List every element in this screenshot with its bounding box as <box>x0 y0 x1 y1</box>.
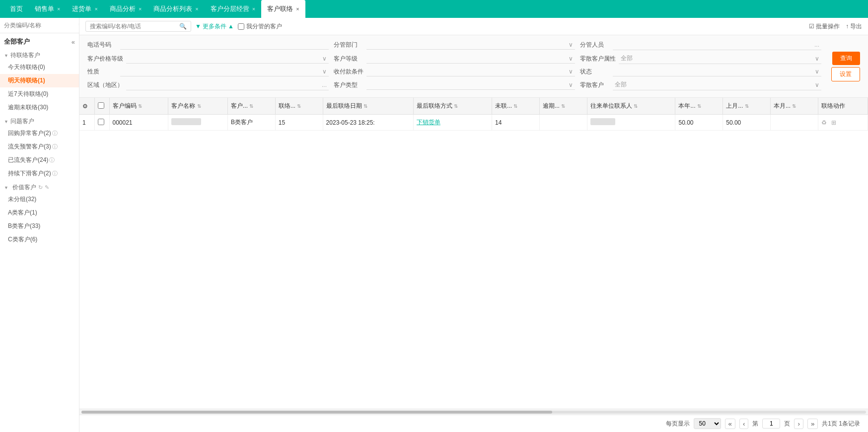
ellipsis-icon-2: ... <box>322 81 327 88</box>
sidebar-item-churned[interactable]: 已流失客户(24) ⓘ <box>0 153 79 167</box>
info-icon-4: ⓘ <box>52 170 58 177</box>
sidebar: 🔍 全部客户 « 待联络客户 今天待联络(0) 明天待联络(1) 近7天待联络(… <box>0 18 79 432</box>
more-filter-button[interactable]: ▼ 更多条件 ▲ <box>195 22 234 31</box>
col-unit-contact: 往来单位联系人 ⇅ <box>587 98 675 115</box>
sort-date-icon[interactable]: ⇅ <box>363 103 367 109</box>
sort-overdue-icon[interactable]: ⇅ <box>561 103 565 109</box>
search-box: 🔍 <box>85 21 191 32</box>
sidebar-item-c-class[interactable]: C类客户(6) <box>0 233 79 246</box>
col-checkbox[interactable] <box>94 98 109 115</box>
filter-phone-input[interactable] <box>120 40 329 50</box>
filter-region-select[interactable]: ... <box>126 79 329 90</box>
per-page-select[interactable]: 50 100 200 <box>694 418 721 429</box>
sort-unit-icon[interactable]: ⇅ <box>634 103 638 109</box>
close-sales-icon[interactable]: × <box>57 6 60 12</box>
sidebar-item-churn-warning[interactable]: 流失预警客户(3) ⓘ <box>0 140 79 153</box>
page-suffix: 页 <box>784 420 790 428</box>
sidebar-item-repurchase-abnormal[interactable]: 回购异常客户(2) ⓘ <box>0 127 79 140</box>
batch-operation-button[interactable]: ☑ 批量操作 <box>809 22 840 31</box>
nav-product-analysis[interactable]: 商品分析 × <box>104 0 147 18</box>
row-checkbox[interactable] <box>98 119 104 125</box>
close-purchase-icon[interactable]: × <box>94 6 97 12</box>
collapse-icon[interactable]: « <box>72 38 75 46</box>
close-product-analysis-icon[interactable]: × <box>139 6 142 12</box>
scrollbar-thumb[interactable] <box>81 411 552 414</box>
action-icon-1[interactable]: ♻ <box>821 119 827 126</box>
name-masked <box>171 118 201 125</box>
filter-person-select[interactable]: ... <box>613 39 821 50</box>
chevron-up-icon: ▲ <box>228 23 234 30</box>
cell-year: 50.00 <box>675 115 723 131</box>
chevron-down-icon-7: ∨ <box>815 68 819 75</box>
filter-actions: 查询 设置 <box>826 39 860 93</box>
filter-nature-select[interactable]: ∨ <box>120 67 329 76</box>
col-name: 客户名称 ⇅ <box>168 98 228 115</box>
table-footer: 每页显示 50 100 200 « ‹ 第 页 › » 共1页 1条记录 <box>79 415 868 432</box>
page-input[interactable] <box>762 419 780 429</box>
query-button[interactable]: 查询 <box>832 52 860 65</box>
my-customers-checkbox[interactable] <box>238 23 244 30</box>
action-icon-2[interactable]: ⊞ <box>831 119 836 126</box>
refresh-icon[interactable]: ↻ <box>38 184 43 191</box>
prev-page-button[interactable]: ‹ <box>739 419 748 429</box>
filter-customer-type-select[interactable]: ∨ <box>366 80 575 90</box>
sidebar-item-overdue[interactable]: 逾期未联络(30) <box>0 101 79 114</box>
select-all-checkbox[interactable] <box>98 102 104 109</box>
sort-type-icon[interactable]: ⇅ <box>249 103 253 109</box>
sort-contact-icon[interactable]: ⇅ <box>297 103 301 109</box>
filter-retail-attr-select[interactable]: 全部 ∨ <box>619 53 821 64</box>
settings-button[interactable]: 设置 <box>831 67 860 81</box>
sort-month-icon[interactable]: ⇅ <box>792 103 796 109</box>
chevron-down-icon-3: ∨ <box>569 55 573 62</box>
nav-home[interactable]: 首页 <box>4 0 29 18</box>
last-page-button[interactable]: » <box>807 419 818 429</box>
sidebar-item-today[interactable]: 今天待联络(0) <box>0 61 79 74</box>
chevron-down-icon-9: ∨ <box>815 81 819 88</box>
first-page-button[interactable]: « <box>725 419 735 429</box>
nav-sales[interactable]: 销售单 × <box>29 0 66 18</box>
filter-payment-select[interactable]: ∨ <box>366 67 575 76</box>
col-settings[interactable]: ⚙ <box>79 98 94 115</box>
sidebar-item-b-class[interactable]: B类客户(33) <box>0 219 79 233</box>
sort-uncontacted-icon[interactable]: ⇅ <box>513 103 517 109</box>
nav-purchase[interactable]: 进货单 × <box>66 0 103 18</box>
nav-customer-contact[interactable]: 客户联络 × <box>261 0 305 18</box>
nav-product-list[interactable]: 商品分析列表 × <box>147 0 204 18</box>
sort-name-icon[interactable]: ⇅ <box>197 103 201 109</box>
next-page-button[interactable]: › <box>794 419 803 429</box>
content-area: 🔍 ▼ 更多条件 ▲ 我分管的客户 ☑ 批量操作 ↑ 导出 <box>79 18 868 432</box>
close-product-list-icon[interactable]: × <box>195 6 198 12</box>
scrollbar-track <box>81 411 866 414</box>
search-icon[interactable]: 🔍 <box>179 23 187 30</box>
close-customer-contact-icon[interactable]: × <box>296 6 299 12</box>
search-input[interactable] <box>90 23 179 30</box>
export-button[interactable]: ↑ 导出 <box>846 22 862 31</box>
sidebar-search-container: 🔍 <box>0 18 79 33</box>
nav-customer-tier[interactable]: 客户分层经营 × <box>205 0 261 18</box>
sidebar-item-ungrouped[interactable]: 未分组(32) <box>0 193 79 206</box>
sort-year-icon[interactable]: ⇅ <box>697 103 701 109</box>
sidebar-search-input[interactable] <box>4 22 78 29</box>
edit-icon[interactable]: ✎ <box>45 184 49 191</box>
filter-customer-level-select[interactable]: ∨ <box>366 54 575 64</box>
col-last-month: 上月... ⇅ <box>723 98 771 115</box>
sidebar-item-7days[interactable]: 近7天待联络(0) <box>0 87 79 101</box>
filter-retail-select[interactable]: 全部 ∨ <box>613 79 821 90</box>
cell-checkbox[interactable] <box>94 115 109 131</box>
close-customer-tier-icon[interactable]: × <box>252 6 255 12</box>
filter-dept-select[interactable]: ∨ <box>366 40 575 50</box>
filter-price-level-select[interactable]: ∨ <box>126 54 329 64</box>
sidebar-item-a-class[interactable]: A类客户(1) <box>0 206 79 219</box>
cell-overdue <box>539 115 587 131</box>
sort-method-icon[interactable]: ⇅ <box>454 103 458 109</box>
sort-last-month-icon[interactable]: ⇅ <box>745 103 749 109</box>
sidebar-item-tomorrow[interactable]: 明天待联络(1) <box>0 74 79 87</box>
last-method-link[interactable]: 下销货单 <box>417 119 440 126</box>
filter-status-select[interactable]: ∨ <box>613 67 821 76</box>
my-customers-checkbox-container: 我分管的客户 <box>238 22 282 31</box>
cell-uncontacted: 14 <box>492 115 540 131</box>
filter-retail: 零散客户 全部 ∨ <box>580 79 826 90</box>
horizontal-scrollbar[interactable] <box>79 409 868 415</box>
sort-code-icon[interactable]: ⇅ <box>138 103 142 109</box>
sidebar-item-declining[interactable]: 持续下滑客户(2) ⓘ <box>0 167 79 180</box>
